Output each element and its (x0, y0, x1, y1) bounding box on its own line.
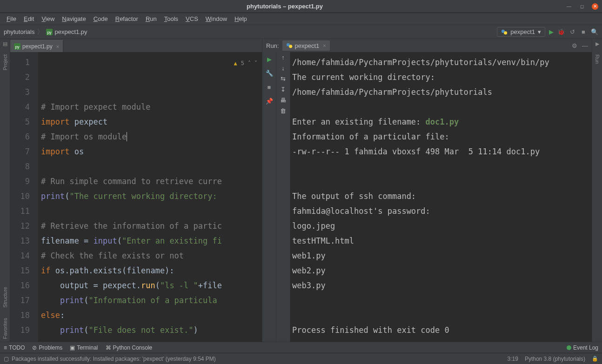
favorites-tool-button[interactable]: Favorites (2, 315, 8, 342)
menu-run[interactable]: Run (143, 14, 160, 23)
code-line[interactable]: # Check the file exists or not (41, 248, 262, 263)
maximize-icon[interactable]: ◻ (579, 3, 585, 10)
run-coverage-icon[interactable]: ↺ (569, 28, 576, 35)
menu-code[interactable]: Code (91, 14, 111, 23)
problems-tool-button[interactable]: ⊘Problems (32, 344, 62, 351)
console-line: Process finished with exit code 0 (292, 323, 590, 338)
settings-icon[interactable]: ⚙ (572, 42, 577, 49)
run-tool-icon[interactable]: ▶ (595, 41, 599, 47)
run-toolbar-inner: ↑ ↓ ⇆ ↧ 🖶 🗑 (276, 52, 290, 342)
console-line: web3.py (292, 278, 590, 293)
code-line[interactable]: # Import os module (41, 129, 262, 144)
console-line (292, 99, 590, 114)
stop-icon[interactable]: ■ (580, 28, 587, 35)
main-area: ▤ Project Structure Favorites py pexpect… (0, 39, 602, 342)
navbar: phytutorials 〉 py pexpect1.py pexpect1 ▾… (0, 25, 602, 39)
close-tab-icon[interactable]: × (56, 44, 59, 49)
pin-icon[interactable]: 📌 (266, 96, 273, 106)
console-line: logo.jpeg (292, 218, 590, 233)
code-line[interactable]: print("File does not exist.") (41, 323, 262, 338)
event-log-button[interactable]: Event Log (567, 344, 598, 351)
python-icon (501, 29, 508, 35)
down-icon[interactable]: ↓ (281, 65, 285, 72)
menu-file[interactable]: File (4, 14, 19, 23)
svg-point-7 (289, 45, 293, 48)
menu-window[interactable]: Window (203, 14, 230, 23)
breadcrumb-file[interactable]: py pexpect1.py (46, 28, 87, 35)
breadcrumb-project[interactable]: phytutorials (4, 28, 34, 35)
lock-icon[interactable]: 🔒 (592, 356, 598, 362)
project-tool-icon[interactable]: ▤ (3, 41, 7, 47)
editor-body[interactable]: 12345678910111213141516171819 ▲5 ˄ ˅ # I… (10, 52, 262, 342)
code-line[interactable]: filename = input("Enter an existing fi (41, 233, 262, 248)
close-tab-icon[interactable]: × (323, 43, 326, 48)
editor-tabs: py pexpect1.py × (10, 39, 262, 52)
minimize-icon[interactable]: — (566, 3, 572, 10)
inspection-badge[interactable]: ▲5 ˄ ˅ (234, 56, 257, 71)
terminal-icon: ▣ (70, 344, 75, 351)
code-line[interactable] (41, 338, 262, 342)
menu-help[interactable]: Help (232, 14, 250, 23)
trash-icon[interactable]: 🗑 (280, 107, 286, 114)
console-output[interactable]: /home/fahmida/PycharmProjects/phytutoria… (290, 52, 592, 342)
run-tab[interactable]: pexpect1 × (282, 40, 329, 51)
run-label: Run: (266, 42, 279, 49)
structure-tool-button[interactable]: Structure (2, 284, 8, 311)
menu-vcs[interactable]: VCS (183, 14, 201, 23)
search-icon[interactable]: 🔍 (591, 28, 598, 35)
code-area[interactable]: ▲5 ˄ ˅ # Import pexpect moduleimport pex… (38, 52, 262, 342)
svg-point-3 (504, 31, 507, 34)
up-icon[interactable]: ↑ (281, 54, 285, 61)
console-line: Information of a particular file: (292, 129, 590, 144)
menu-edit[interactable]: Edit (21, 14, 37, 23)
close-icon[interactable]: ✕ (592, 3, 598, 10)
minimize-panel-icon[interactable]: — (582, 42, 588, 49)
run-tool-button[interactable]: Run (595, 52, 600, 66)
code-line[interactable]: import os (41, 144, 262, 159)
console-line: /home/fahmida/PycharmProjects/phytutoria… (292, 85, 590, 99)
soft-wrap-icon[interactable]: ⇆ (281, 75, 286, 82)
menu-refactor[interactable]: Refactor (113, 14, 141, 23)
stop-icon[interactable]: ■ (268, 82, 271, 92)
menu-view[interactable]: View (39, 14, 57, 23)
chevron-down-icon[interactable]: ˅ (254, 56, 257, 71)
run-config-selector[interactable]: pexpect1 ▾ (497, 27, 545, 37)
code-line[interactable]: else: (41, 308, 262, 323)
console-line (292, 308, 590, 323)
console-line: The current working directory: (292, 70, 590, 85)
print-icon[interactable]: 🖶 (280, 97, 286, 104)
svg-text:py: py (47, 30, 52, 34)
interpreter-label[interactable]: Python 3.8 (phytutorials) (525, 356, 585, 362)
code-line[interactable] (41, 159, 262, 174)
run-button[interactable]: ▶ (549, 28, 554, 35)
code-line[interactable] (41, 204, 262, 218)
terminal-tool-button[interactable]: ▣Terminal (70, 344, 98, 351)
todo-tool-button[interactable]: ≡TODO (4, 344, 25, 351)
python-icon (286, 42, 293, 49)
debug-button[interactable]: 🐞 (557, 28, 565, 35)
menu-navigate[interactable]: Navigate (59, 14, 88, 23)
code-line[interactable]: print("Information of a particula (41, 293, 262, 308)
code-line[interactable]: import pexpect (41, 114, 262, 129)
scroll-end-icon[interactable]: ↧ (281, 86, 286, 93)
editor-tab[interactable]: py pexpect1.py × (10, 40, 63, 52)
python-console-tool-button[interactable]: ⌘Python Console (106, 344, 153, 351)
code-line[interactable]: # Retrieve the information of a partic (41, 218, 262, 233)
code-line[interactable]: # Import pexpect module (41, 99, 262, 114)
run-panel: Run: pexpect1 × ⚙ — ▶ 🔧 ■ 📌 ↑ ↓ ⇆ (262, 39, 592, 342)
status-bar: ▢ Packages installed successfully: Insta… (0, 353, 602, 364)
code-line[interactable]: output = pexpect.run("ls -l "+file (41, 278, 262, 293)
code-line[interactable]: print("The current working directory: (41, 189, 262, 204)
code-line[interactable]: # Run simple command to retrieve curre (41, 174, 262, 189)
code-line[interactable]: if os.path.exists(filename): (41, 263, 262, 278)
chevron-up-icon[interactable]: ˄ (248, 56, 251, 71)
run-header: Run: pexpect1 × ⚙ — (262, 39, 592, 52)
wrench-icon[interactable]: 🔧 (266, 68, 273, 78)
project-tool-button[interactable]: Project (2, 52, 8, 73)
run-toolbar-left: ▶ 🔧 ■ 📌 (262, 52, 276, 342)
status-home-icon[interactable]: ▢ (4, 356, 9, 362)
console-line: Enter an existing filename: doc1.py (292, 114, 590, 129)
caret-position[interactable]: 3:19 (508, 356, 518, 362)
menu-tools[interactable]: Tools (161, 14, 181, 23)
rerun-icon[interactable]: ▶ (267, 54, 272, 64)
